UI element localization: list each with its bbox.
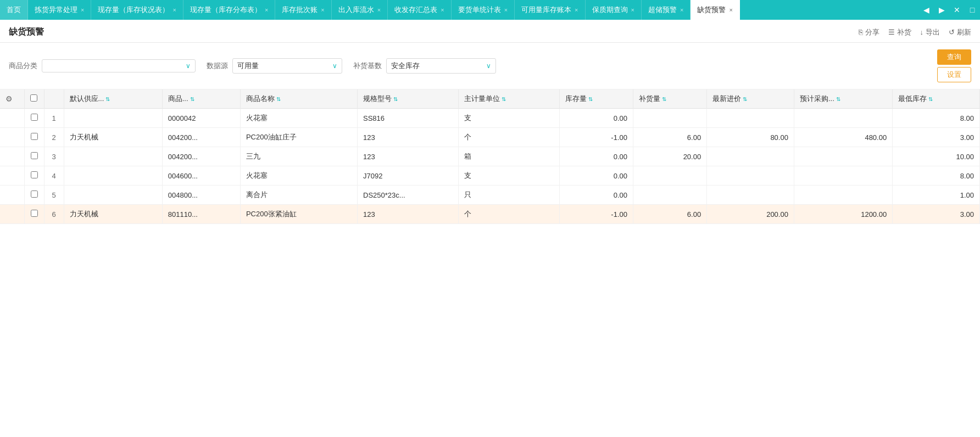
replenish-icon: ☰ bbox=[888, 28, 895, 36]
row-spec: 123 bbox=[358, 205, 459, 224]
tab-nav-buttons: ◀ ▶ ✕ □ bbox=[918, 0, 980, 20]
tab-inout-flow[interactable]: 出入库流水× bbox=[332, 0, 388, 20]
col-estimated-purchase[interactable]: 预计采购... ⇅ bbox=[794, 89, 892, 109]
select-all-checkbox[interactable] bbox=[30, 94, 37, 102]
table-row: 4 004600... 火花塞 J7092 支 0.00 8.00 bbox=[0, 166, 980, 186]
tab-collect-account[interactable]: 收发存汇总表× bbox=[388, 0, 451, 20]
tab-close-icon[interactable]: × bbox=[265, 7, 268, 13]
table-row: 3 004200... 三九 123 箱 0.00 20.00 10.00 bbox=[0, 147, 980, 166]
tab-inventory-status[interactable]: 现存量（库存状况表）× bbox=[91, 0, 183, 20]
row-checkbox[interactable] bbox=[31, 171, 38, 178]
datasource-arrow-icon: ∨ bbox=[332, 62, 337, 70]
row-supplier: 力天机械 bbox=[64, 128, 162, 147]
filter-area: 商品分类 ∨ 数据源 可用量 ∨ 补货基数 安全库存 ∨ 查询 设置 bbox=[0, 43, 980, 89]
refresh-button[interactable]: ↺ 刷新 bbox=[949, 27, 971, 37]
col-latest-price[interactable]: 最新进价 ⇅ bbox=[707, 89, 794, 109]
row-settings-cell bbox=[0, 128, 24, 147]
tab-demand-stat[interactable]: 要货单统计表× bbox=[452, 0, 515, 20]
table-settings-icon[interactable]: ⚙ bbox=[5, 94, 13, 103]
row-settings-cell bbox=[0, 109, 24, 128]
replenish-button[interactable]: ☰ 补货 bbox=[888, 27, 911, 37]
row-unit: 个 bbox=[459, 205, 559, 224]
tab-close-window-button[interactable]: ✕ bbox=[949, 0, 965, 20]
supplier-sort-icon: ⇅ bbox=[105, 96, 110, 102]
col-settings[interactable]: ⚙ bbox=[0, 89, 24, 109]
row-latest-price bbox=[707, 186, 794, 205]
col-unit[interactable]: 主计量单位 ⇅ bbox=[459, 89, 559, 109]
col-default-supplier[interactable]: 默认供应... ⇅ bbox=[64, 89, 162, 109]
col-product-name[interactable]: 商品名称 ⇅ bbox=[240, 89, 357, 109]
row-stock-qty: 0.00 bbox=[559, 166, 633, 186]
row-checkbox-cell[interactable] bbox=[24, 147, 44, 166]
tab-close-icon[interactable]: × bbox=[575, 7, 578, 13]
row-unit: 箱 bbox=[459, 147, 559, 166]
row-latest-price bbox=[707, 166, 794, 186]
tab-close-icon[interactable]: × bbox=[680, 7, 683, 13]
col-replenish-qty[interactable]: 补货量 ⇅ bbox=[633, 89, 706, 109]
replenish-base-label: 补货基数 bbox=[353, 61, 382, 71]
row-checkbox[interactable] bbox=[31, 152, 38, 159]
tab-abnormal[interactable]: 拣货异常处理× bbox=[28, 0, 91, 20]
tab-shortage[interactable]: 缺货预警× bbox=[691, 0, 739, 20]
row-spec: 123 bbox=[358, 147, 459, 166]
tab-close-icon[interactable]: × bbox=[441, 7, 444, 13]
settings-button[interactable]: 设置 bbox=[937, 67, 971, 82]
tab-close-icon[interactable]: × bbox=[377, 7, 381, 13]
query-button[interactable]: 查询 bbox=[937, 49, 971, 65]
tab-close-icon[interactable]: × bbox=[321, 7, 324, 13]
tab-inventory-dist[interactable]: 现存量（库存分布表）× bbox=[183, 0, 275, 20]
row-checkbox[interactable] bbox=[31, 114, 38, 121]
tab-label: 首页 bbox=[7, 5, 21, 15]
header-actions: ⎘ 分享 ☰ 补货 ↓ 导出 ↺ 刷新 bbox=[859, 27, 972, 37]
tab-available-ledger[interactable]: 可用量库存账本× bbox=[515, 0, 585, 20]
tab-close-icon[interactable]: × bbox=[81, 7, 84, 13]
shortage-table: ⚙ 默认供应... ⇅ 商品... bbox=[0, 89, 980, 224]
row-supplier: 力天机械 bbox=[64, 205, 162, 224]
share-button[interactable]: ⎘ 分享 bbox=[859, 27, 879, 37]
row-latest-price bbox=[707, 147, 794, 166]
tab-batch-account[interactable]: 库存批次账× bbox=[275, 0, 331, 20]
tab-next-button[interactable]: ▶ bbox=[934, 0, 949, 20]
row-settings-cell bbox=[0, 166, 24, 186]
row-checkbox[interactable] bbox=[31, 210, 38, 217]
row-checkbox-cell[interactable] bbox=[24, 205, 44, 224]
tab-overstock[interactable]: 超储预警× bbox=[642, 0, 691, 20]
tab-label: 现存量（库存状况表） bbox=[98, 5, 169, 15]
row-spec: SS816 bbox=[358, 109, 459, 128]
tab-home[interactable]: 首页 bbox=[0, 0, 28, 20]
tab-expiry-query[interactable]: 保质期查询× bbox=[586, 0, 642, 20]
tab-close-icon[interactable]: × bbox=[729, 7, 732, 13]
category-select[interactable]: ∨ bbox=[42, 59, 196, 72]
row-unit: 支 bbox=[459, 109, 559, 128]
tab-prev-button[interactable]: ◀ bbox=[918, 0, 934, 20]
tab-close-icon[interactable]: × bbox=[504, 7, 508, 13]
tab-close-icon[interactable]: × bbox=[172, 7, 176, 13]
col-min-stock[interactable]: 最低库存 ⇅ bbox=[893, 89, 980, 109]
row-supplier bbox=[64, 166, 162, 186]
row-replenish-qty: 6.00 bbox=[633, 128, 706, 147]
row-unit: 个 bbox=[459, 128, 559, 147]
row-product-name: 三九 bbox=[240, 147, 357, 166]
row-checkbox-cell[interactable] bbox=[24, 109, 44, 128]
row-checkbox-cell[interactable] bbox=[24, 166, 44, 186]
row-checkbox[interactable] bbox=[31, 191, 38, 198]
export-button[interactable]: ↓ 导出 bbox=[920, 27, 940, 37]
row-checkbox-cell[interactable] bbox=[24, 128, 44, 147]
col-product-code[interactable]: 商品... ⇅ bbox=[162, 89, 240, 109]
col-stock-qty[interactable]: 库存量 ⇅ bbox=[559, 89, 633, 109]
row-number: 3 bbox=[44, 147, 64, 166]
replenish-base-select[interactable]: 安全库存 ∨ bbox=[386, 58, 496, 74]
row-checkbox-cell[interactable] bbox=[24, 186, 44, 205]
replenish-base-filter-group: 补货基数 安全库存 ∨ bbox=[353, 58, 496, 74]
row-checkbox[interactable] bbox=[31, 133, 38, 140]
tab-close-icon[interactable]: × bbox=[631, 7, 634, 13]
datasource-select[interactable]: 可用量 ∨ bbox=[232, 58, 342, 74]
datasource-label: 数据源 bbox=[207, 61, 228, 71]
row-settings-cell bbox=[0, 147, 24, 166]
col-spec[interactable]: 规格型号 ⇅ bbox=[358, 89, 459, 109]
row-stock-qty: 0.00 bbox=[559, 109, 633, 128]
tab-maximize-button[interactable]: □ bbox=[965, 0, 980, 20]
tab-label: 超储预警 bbox=[648, 5, 677, 15]
category-label: 商品分类 bbox=[9, 61, 37, 71]
row-product-code: 004800... bbox=[162, 186, 240, 205]
